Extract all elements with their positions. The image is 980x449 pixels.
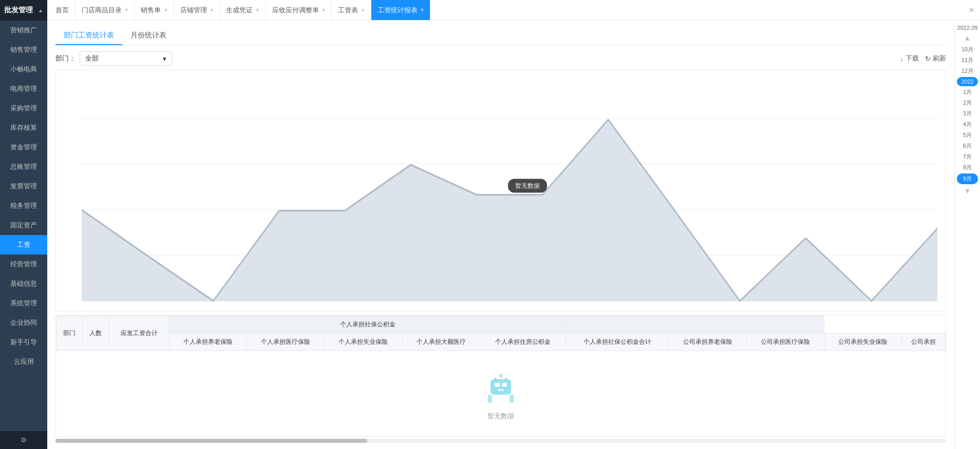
tab-工资统计报表[interactable]: 工资统计报表 × <box>371 0 430 20</box>
main-area: 首页 门店商品目录 × 销售单 × 店铺管理 × 生成凭证 × 应收应付调整单 … <box>47 0 980 449</box>
toolbar-right: ↓ 下载 ↻ 刷新 <box>900 54 947 63</box>
timeline-7月[interactable]: 7月 <box>955 151 980 162</box>
tab-销售单[interactable]: 销售单 × <box>135 0 174 20</box>
svg-point-20 <box>499 374 503 378</box>
sidebar-header[interactable]: 批发管理 ▲ <box>0 0 47 21</box>
tab-close-店铺管理[interactable]: × <box>210 7 213 13</box>
tab-应收应付调整单[interactable]: 应收应付调整单 × <box>266 0 332 20</box>
timeline-8月[interactable]: 8月 <box>955 162 980 173</box>
timeline-1月[interactable]: 1月 <box>955 87 980 97</box>
svg-marker-11 <box>82 120 937 301</box>
refresh-label: 刷新 <box>933 54 946 63</box>
scroll-thumb[interactable] <box>55 439 367 443</box>
sidebar-title: 批发管理 <box>4 6 33 15</box>
col-header-公司承担养老保险: 公司承担养老保险 <box>669 334 747 351</box>
sidebar-item-电商管理[interactable]: 电商管理 <box>0 79 47 99</box>
dept-label: 部门： <box>55 54 76 63</box>
dept-select-value: 全部 <box>85 54 99 63</box>
empty-state: 暂无数据 <box>56 351 946 436</box>
chart-tooltip: 暂无数据 <box>508 179 547 192</box>
timeline-10月[interactable]: 10月 <box>955 44 980 55</box>
sidebar-item-工资[interactable]: 工资 <box>0 235 47 255</box>
tab-label-工资统计报表: 工资统计报表 <box>378 6 418 15</box>
sidebar: 批发管理 ▲ 营销推广 销售管理 小畅电商 电商管理 采购管理 库存核算 资金管… <box>0 0 47 449</box>
sidebar-settings[interactable]: ⚙ <box>0 431 47 449</box>
sidebar-item-税务管理[interactable]: 税务管理 <box>0 196 47 216</box>
timeline-12月[interactable]: 12月 <box>955 66 980 76</box>
timeline-3月[interactable]: 3月 <box>955 108 980 119</box>
svg-rect-17 <box>510 395 514 403</box>
sidebar-item-发票管理[interactable]: 发票管理 <box>0 177 47 196</box>
horizontal-scrollbar[interactable] <box>55 439 946 443</box>
toolbar: 部门： 全部 ▾ ↓ 下载 ↻ 刷新 <box>55 51 946 66</box>
col-header-个人承担养老保险: 个人承担养老保险 <box>169 334 247 351</box>
sub-tabs: 部门工资统计表 月份统计表 <box>55 27 946 45</box>
col-header-个人承担大额医疗: 个人承担大额医疗 <box>402 334 480 351</box>
tab-首页[interactable]: 首页 <box>49 0 76 20</box>
tab-label-销售单: 销售单 <box>141 6 161 15</box>
sub-tab-月份统计表[interactable]: 月份统计表 <box>122 27 175 45</box>
download-icon: ↓ <box>900 55 904 63</box>
svg-rect-19 <box>505 378 507 381</box>
timeline-9月[interactable]: 9月 <box>957 173 978 184</box>
timeline-11月[interactable]: 11月 <box>955 55 980 66</box>
sidebar-item-固定资产[interactable]: 固定资产 <box>0 216 47 235</box>
page-content: 部门工资统计表 月份统计表 部门： 全部 ▾ ↓ 下载 <box>47 21 954 449</box>
tab-close-工资表[interactable]: × <box>361 7 364 13</box>
timeline-6月[interactable]: 6月 <box>955 141 980 151</box>
col-header-个人承担社保公积金合计: 个人承担社保公积金合计 <box>566 334 669 351</box>
tab-close-生成凭证[interactable]: × <box>256 7 259 13</box>
timeline-2月[interactable]: 2月 <box>955 97 980 108</box>
svg-rect-13 <box>495 383 500 387</box>
sidebar-item-营销推广[interactable]: 营销推广 <box>0 21 47 40</box>
dept-select[interactable]: 全部 ▾ <box>80 51 172 66</box>
timeline-top-label: 2022.09 <box>957 24 978 32</box>
tab-close-门店商品目录[interactable]: × <box>125 7 128 13</box>
tab-label-生成凭证: 生成凭证 <box>226 6 253 15</box>
tab-close-销售单[interactable]: × <box>164 7 167 13</box>
timeline-up-arrow[interactable]: ▲ <box>962 32 973 44</box>
tab-label-工资表: 工资表 <box>338 6 358 15</box>
sidebar-item-库存核算[interactable]: 库存核算 <box>0 118 47 138</box>
timeline-down-arrow[interactable]: ▼ <box>962 185 973 197</box>
tab-门店商品目录[interactable]: 门店商品目录 × <box>76 0 135 20</box>
timeline-4月[interactable]: 4月 <box>955 119 980 130</box>
sub-tab-部门工资统计表[interactable]: 部门工资统计表 <box>55 27 122 45</box>
refresh-button[interactable]: ↻ 刷新 <box>925 54 946 63</box>
toolbar-left: 部门： 全部 ▾ <box>55 51 172 66</box>
tabs-close-all[interactable]: × <box>965 6 978 15</box>
sidebar-item-经营管理[interactable]: 经营管理 <box>0 255 47 274</box>
sidebar-item-新手引导[interactable]: 新手引导 <box>0 333 47 352</box>
col-header-人数: 人数 <box>83 316 109 351</box>
col-header-公司承担医疗保险: 公司承担医疗保险 <box>747 334 824 351</box>
timeline-2022[interactable]: 2022 <box>957 77 978 86</box>
content-area: 部门工资统计表 月份统计表 部门： 全部 ▾ ↓ 下载 <box>47 21 980 449</box>
sidebar-item-企业协同[interactable]: 企业协同 <box>0 313 47 333</box>
sidebar-item-基础信息[interactable]: 基础信息 <box>0 274 47 294</box>
tab-close-应收应付调整单[interactable]: × <box>322 7 325 13</box>
tab-店铺管理[interactable]: 店铺管理 × <box>174 0 220 20</box>
data-table-wrapper: 部门 人数 应发工资合计 个人承担社保公积金 个人承担养老保险 个人承担医疗保险… <box>55 315 946 437</box>
tab-label-首页: 首页 <box>55 6 69 15</box>
col-header-部门: 部门 <box>56 316 83 351</box>
tab-close-工资统计报表[interactable]: × <box>421 7 424 13</box>
col-header-个人承担失业保险: 个人承担失业保险 <box>325 334 402 351</box>
timeline-panel: 2022.09 ▲ 10月 11月 12月 2022 1月 2月 3月 4月 5… <box>954 21 980 449</box>
sidebar-item-采购管理[interactable]: 采购管理 <box>0 99 47 118</box>
sidebar-item-小畅电商[interactable]: 小畅电商 <box>0 60 47 79</box>
timeline-5月[interactable]: 5月 <box>955 130 980 141</box>
tab-生成凭证[interactable]: 生成凭证 × <box>220 0 266 20</box>
tab-label-店铺管理: 店铺管理 <box>180 6 207 15</box>
sidebar-collapse-icon[interactable]: ▲ <box>38 8 43 13</box>
col-header-应发工资合计: 应发工资合计 <box>109 316 169 351</box>
sidebar-item-系统管理[interactable]: 系统管理 <box>0 294 47 313</box>
sidebar-item-销售管理[interactable]: 销售管理 <box>0 40 47 60</box>
tab-工资表[interactable]: 工资表 × <box>332 0 371 20</box>
refresh-icon: ↻ <box>925 55 931 63</box>
sidebar-item-总账管理[interactable]: 总账管理 <box>0 157 47 177</box>
col-header-公司承担失业保险: 公司承担失业保险 <box>824 334 902 351</box>
sidebar-item-资金管理[interactable]: 资金管理 <box>0 138 47 157</box>
col-header-个人承担住房公积金: 个人承担住房公积金 <box>480 334 566 351</box>
download-button[interactable]: ↓ 下载 <box>900 54 919 63</box>
sidebar-item-云应用[interactable]: 云应用 <box>0 352 47 372</box>
